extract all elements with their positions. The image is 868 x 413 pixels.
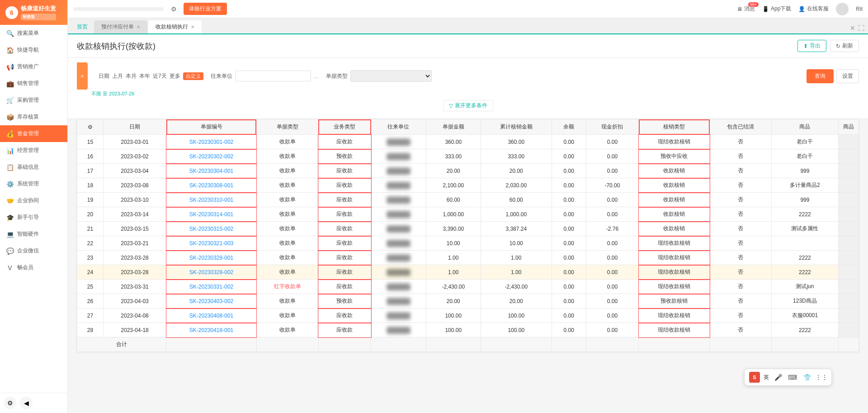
td-cash-discount: 0.00 [586,309,638,323]
app-download-btn[interactable]: 📱 App下载 [762,5,791,13]
td-bill-no[interactable]: SK-20230308-001 [166,178,257,193]
sidebar-item-shortcut[interactable]: 🏠 快捷导航 [0,42,67,58]
tab-home[interactable]: 首页 [71,20,93,33]
sidebar-item-wechat[interactable]: 💬 企业微信 [0,242,67,259]
td-biz-type: 应收款 [318,251,371,265]
sidebar-item-purchase[interactable]: 🛒 采购管理 [0,92,67,109]
solution-button[interactable]: 体验行业方案 [184,3,227,15]
export-button[interactable]: ⬆ 导出 [797,40,826,52]
filter-date-prev-month[interactable]: 上月 [112,72,123,80]
ft-mic-icon[interactable]: 🎤 [773,372,783,383]
table-row: 192023-03-10SK-20230310-001收款单应收款██████6… [77,193,859,207]
td-partner: ██████ [371,178,426,193]
sidebar-item-sales[interactable]: 💼 销售管理 [0,75,67,92]
filter-date-7days[interactable]: 近7天 [153,72,167,80]
filter-date-this-month[interactable]: 本月 [126,72,137,80]
tab-collect-close[interactable]: ✕ [191,24,194,29]
sidebar-item-basics[interactable]: 📋 基础信息 [0,159,67,176]
service-btn[interactable]: 👤 在线客服 [798,5,829,13]
td-bill-no[interactable]: SK-20230301-002 [166,135,257,149]
filter-bill-type-select[interactable] [350,70,432,82]
td-bill-no[interactable]: SK-20230315-002 [166,222,257,236]
th-partner[interactable]: 往来单位 [371,119,426,135]
ft-shirt-icon[interactable]: 👕 [802,372,812,383]
refresh-button[interactable]: ↻ 刷新 [830,40,859,52]
tab-expand-icon[interactable]: ⛶ [858,24,864,32]
td-check-amount: 1,000.00 [481,207,552,222]
sidebar-item-search[interactable]: 🔍 搜索菜单 [0,25,67,42]
sidebar-item-member[interactable]: V 畅会员 [0,259,67,276]
bill-no-link[interactable]: SK-20230301-002 [189,139,233,145]
settings-bottom-btn[interactable]: ⚙ [4,397,16,409]
filter-date-this-year[interactable]: 本年 [139,72,150,80]
sidebar-item-inventory[interactable]: 📦 库存核算 [0,109,67,125]
td-goods: 衣服00001 [771,309,838,323]
query-button[interactable]: 查询 [807,69,834,83]
tab-collect[interactable]: 收款核销执行 ✕ [148,20,202,33]
th-check-type[interactable]: 核销类型 [639,119,710,135]
settings-col-icon[interactable]: ⚙ [88,124,93,130]
bill-no-link[interactable]: SK-20230302-002 [189,153,233,160]
ft-keyboard-icon[interactable]: ⌨ [787,372,798,383]
bill-no-link[interactable]: SK-20230328-001 [189,255,233,261]
th-amount[interactable]: 单据金额 [426,119,481,135]
gear-icon[interactable]: ⚙ [167,3,180,15]
td-bill-no[interactable]: SK-20230408-001 [166,309,257,323]
th-goods[interactable]: 商品 [771,119,838,135]
th-balance[interactable]: 余额 [552,119,586,135]
td-bill-no[interactable]: SK-20230331-002 [166,280,257,294]
td-bill-no[interactable]: SK-20230321-003 [166,236,257,251]
bill-no-link[interactable]: SK-20230408-001 [189,313,233,319]
sidebar-item-operations[interactable]: 📊 经营管理 [0,142,67,159]
collapse-btn[interactable]: ◀ [20,397,33,409]
bill-no-link[interactable]: SK-20230331-002 [189,284,233,290]
td-biz-type: 应收款 [318,265,371,280]
td-bill-no[interactable]: SK-20230403-002 [166,294,257,309]
bill-no-link[interactable]: SK-20230314-001 [189,211,233,218]
messages-btn[interactable]: 🖥 消息 99+ [737,5,755,13]
bill-no-link[interactable]: SK-20230321-003 [189,240,233,247]
bill-no-link[interactable]: SK-20230308-001 [189,182,233,189]
expand-conditions-button[interactable]: ▽ 展开更多条件 [443,100,493,111]
sidebar-item-hardware[interactable]: 💻 智能硬件 [0,226,67,242]
td-bill-no[interactable]: SK-20230314-001 [166,207,257,222]
td-check-type: 现结收款核销 [639,309,710,323]
filter-toggle-sidebar[interactable]: » [77,62,88,90]
bill-no-link[interactable]: SK-20230403-002 [189,298,233,304]
bill-no-link[interactable]: SK-20230304-001 [189,168,233,174]
filter-custom-button[interactable]: 自定义 [183,72,203,80]
td-bill-no[interactable]: SK-20230310-001 [166,193,257,207]
td-bill-no[interactable]: SK-20230328-001 [166,251,257,265]
settings-button[interactable]: 设置 [836,69,859,83]
th-bill-type[interactable]: 单据类型 [256,119,318,135]
sidebar-item-newguide[interactable]: 🎓 新手引导 [0,209,67,226]
bill-no-link[interactable]: SK-20230328-002 [189,269,233,275]
enterprise-icon: 🤝 [6,197,14,204]
filter-date-more[interactable]: 更多 [170,72,180,80]
bill-no-link[interactable]: SK-20230310-001 [189,197,233,203]
bill-no-link[interactable]: SK-20230315-002 [189,226,233,232]
tab-close-icon[interactable]: ✕ [850,24,855,32]
bill-no-link[interactable]: SK-20230418-001 [189,327,233,333]
th-include-settled[interactable]: 包含已结清 [710,119,772,135]
td-bill-no[interactable]: SK-20230328-002 [166,265,257,280]
tab-prepay-close[interactable]: ✕ [137,24,140,29]
ft-grid-icon[interactable]: ⋮⋮ [816,372,827,383]
sidebar-item-finance[interactable]: 💰 资金管理 [0,125,67,142]
td-bill-no[interactable]: SK-20230304-001 [166,164,257,178]
sidebar-item-system[interactable]: ⚙️ 系统管理 [0,176,67,192]
filter-partner-input[interactable] [235,71,311,81]
tab-prepay[interactable]: 预付冲应付单 ✕ [94,20,147,33]
table-row: 262023-04-03SK-20230403-002收款单预收款██████2… [77,294,859,309]
sidebar-item-enterprise[interactable]: 🤝 企业协同 [0,192,67,209]
url-bar[interactable] [73,7,164,11]
th-date[interactable]: 日期 [104,119,166,135]
th-check-amount[interactable]: 累计核销金额 [481,119,552,135]
th-cash-discount[interactable]: 现金折扣 [586,119,638,135]
sidebar-item-marketing[interactable]: 📢 营销推广 [0,58,67,75]
th-biz-type[interactable]: 业务类型 [318,119,371,135]
td-bill-no[interactable]: SK-20230302-002 [166,149,257,164]
th-bill-no[interactable]: 单据编号 [166,119,257,135]
td-bill-no[interactable]: SK-20230418-001 [166,323,257,337]
th-goods2[interactable]: 商品 [839,119,859,135]
